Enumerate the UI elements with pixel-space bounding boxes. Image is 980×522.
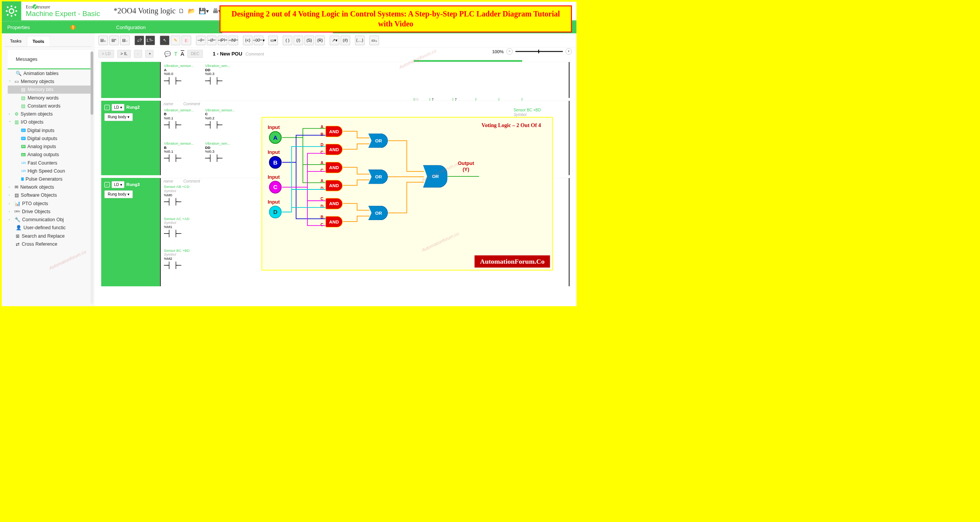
rung0-canvas[interactable]: Vibration_sensor... A %I0.0 Vibration_se… xyxy=(160,62,570,98)
or-gate-final: OR xyxy=(420,165,448,188)
operate-icon[interactable]: ⟨…⟩ xyxy=(355,36,364,45)
pin-d2: D xyxy=(320,186,323,191)
zoom-in-button[interactable]: + xyxy=(565,48,572,55)
rung-delete-icon[interactable]: ⊟₋ xyxy=(120,36,130,45)
or-gate-2: OR xyxy=(366,170,388,184)
rung2-contact-B1[interactable]: Vibration_sensor... B %I0.1 xyxy=(164,108,194,129)
tree-network-objects[interactable]: ›✉Network objects xyxy=(8,183,91,191)
rung3-contact-M2[interactable]: Sensor BC +BD Symbol %M2 xyxy=(164,249,191,269)
minus-button[interactable]: - xyxy=(134,50,142,58)
tree-constant-words[interactable]: ▤Constant words xyxy=(8,102,91,110)
rung-add-icon[interactable]: ⊟₊ xyxy=(98,36,108,45)
tree-drive-objects[interactable]: ›DRVDrive Objects xyxy=(8,207,91,215)
tree-memory-bits[interactable]: ▤Memory bits xyxy=(8,86,91,94)
branch2-icon[interactable]: L?⌐ xyxy=(145,36,155,45)
pin-c4: C xyxy=(320,222,323,227)
coil-neg-icon[interactable]: (/) xyxy=(294,36,303,45)
zoom-slider[interactable] xyxy=(515,51,563,52)
rung3-header[interactable]: ✓ LD ▾ Rung3 Rung body ▾ xyxy=(101,178,160,286)
pencil-icon[interactable]: ✎ xyxy=(171,36,180,45)
text-icon[interactable]: T xyxy=(174,51,178,57)
tree-analog-inputs[interactable]: AVAnalog inputs xyxy=(8,142,91,150)
or-gate-3: OR xyxy=(366,206,388,220)
branch-icon[interactable]: ⎐? xyxy=(135,36,144,45)
tree-software-objects[interactable]: ›▤Software Objects xyxy=(8,191,91,199)
tree-user-functions[interactable]: 👤User-defined functic xyxy=(8,224,91,232)
tab-properties[interactable]: Properties xyxy=(2,21,111,33)
tree-digital-outputs[interactable]: IWDigital outputs xyxy=(8,134,91,142)
contact-nc-icon[interactable]: ⊣/⊢ xyxy=(207,36,216,45)
jump-icon[interactable]: ↗▾ xyxy=(330,36,339,45)
sidebar-scrollbar[interactable] xyxy=(91,52,93,304)
contact-p-icon[interactable]: ⊣P⊢ xyxy=(218,36,227,45)
save-icon[interactable]: 💾▾ xyxy=(198,7,210,15)
tree-cross-reference[interactable]: ⇄Cross Reference xyxy=(8,240,91,248)
new-file-icon[interactable]: 🗋 xyxy=(177,7,185,15)
coil-r-icon[interactable]: (R) xyxy=(315,36,325,45)
rung2-contact-C[interactable]: Vibration_sensor... C %I0.2 xyxy=(205,108,235,129)
input-label-A: Input xyxy=(268,124,280,130)
rung3-contact-M0[interactable]: Sensor AB +CD Symbol %M0 xyxy=(164,185,191,206)
coil-s-icon[interactable]: (S) xyxy=(304,36,314,45)
tree-comm-objects[interactable]: ›🔧Communication Obj xyxy=(8,215,91,223)
font-icon[interactable]: A xyxy=(181,51,184,57)
contact-no-icon[interactable]: ⊣⊢ xyxy=(196,36,206,45)
tree-memory-words[interactable]: ▤Memory words xyxy=(8,94,91,102)
open-file-icon[interactable]: 📂 xyxy=(187,7,196,15)
tree-high-speed-counters[interactable]: 123High Speed Coun xyxy=(8,167,91,175)
pin-a2: A xyxy=(320,160,323,165)
rung2-contact-DD[interactable]: Vibration_sen... DD %I0.3 xyxy=(205,142,232,162)
rung2-contact-B2[interactable]: Vibration_sensor... B %I0.1 xyxy=(164,142,194,162)
side-tab-tools[interactable]: Tools xyxy=(27,36,50,46)
rung2-comment-ph[interactable]: Comment xyxy=(183,102,200,106)
rung3-name: Rung3 xyxy=(126,182,140,187)
tree-pto-objects[interactable]: ›📊PTO objects xyxy=(8,199,91,207)
tree-messages[interactable]: Messages xyxy=(8,50,91,69)
tree-search-replace[interactable]: ⊞Search and Replace xyxy=(8,232,91,240)
plus-button[interactable]: + xyxy=(145,50,153,58)
tree-system-objects[interactable]: ›⚙System objects xyxy=(8,110,91,118)
tab-configuration[interactable]: Configuration xyxy=(111,21,222,33)
rung3-body-button[interactable]: Rung body ▾ xyxy=(105,190,133,198)
eraser-icon[interactable]: ◧ xyxy=(181,36,191,45)
xor-icon[interactable]: ⊣X⊢▾ xyxy=(254,36,263,45)
ld-button[interactable]: > LD xyxy=(98,50,114,58)
rung2-name-ph[interactable]: name xyxy=(163,102,173,106)
side-tab-tasks[interactable]: Tasks xyxy=(5,36,27,46)
rung2-ld-button[interactable]: LD ▾ xyxy=(111,104,124,111)
tree-animation-tables[interactable]: 🔍Animation tables xyxy=(8,69,91,77)
tree-pulse-generators[interactable]: ⎍Pulse Generators xyxy=(8,175,91,183)
contact-A[interactable]: Vibration_sensor... A %I0.0 xyxy=(164,64,194,85)
rung0-header[interactable] xyxy=(101,62,160,98)
tree-memory-objects[interactable]: ⌃▭Memory objects xyxy=(8,77,91,85)
rung3-ld-button[interactable]: LD ▾ xyxy=(111,181,124,188)
pointer-icon[interactable]: ↖ xyxy=(160,36,170,45)
func-block-icon[interactable]: ▭▾ xyxy=(268,36,278,45)
tree-digital-inputs[interactable]: IWDigital inputs xyxy=(8,126,91,134)
contact-DD[interactable]: Vibration_sen... DD %I0.3 xyxy=(205,64,232,85)
rung3-contact-M1[interactable]: Sensor AC +AD Symbol %M1 xyxy=(164,217,191,237)
rung3-name-ph[interactable]: name xyxy=(163,179,173,184)
comment-icon[interactable]: 💬 xyxy=(164,51,171,57)
input-A: A xyxy=(269,131,282,144)
input-label-B: Input xyxy=(268,149,280,155)
block-add-icon[interactable]: ▭₊ xyxy=(369,36,379,45)
rung-insert-icon[interactable]: ⊟⁺ xyxy=(109,36,119,45)
pou-comment[interactable]: Comment xyxy=(245,51,264,56)
zoom-out-button[interactable]: − xyxy=(506,48,513,55)
rung3-comment-ph[interactable]: Comment xyxy=(183,179,200,184)
coil-icon[interactable]: ( ) xyxy=(283,36,292,45)
compare-icon[interactable]: ⟨<⟩ xyxy=(243,36,253,45)
input-label-C: Input xyxy=(268,174,280,180)
tree-analog-outputs[interactable]: AVAnalog outputs xyxy=(8,151,91,159)
contact-n-icon[interactable]: ⊣N⊢ xyxy=(229,36,238,45)
tree-io-objects[interactable]: ⌃▥I/O objects xyxy=(8,118,91,126)
rung2-body-button[interactable]: Rung body ▾ xyxy=(105,113,133,121)
coil-sharp-icon[interactable]: (#) xyxy=(341,36,350,45)
pin-a3: A xyxy=(320,179,323,183)
rung2-header[interactable]: ✓ LD ▾ Rung2 Rung body ▾ xyxy=(101,101,160,175)
input-B: B xyxy=(269,156,282,169)
tree-fast-counters[interactable]: 123Fast Counters xyxy=(8,159,91,167)
dec-button[interactable]: DEC xyxy=(188,50,203,58)
il-button[interactable]: > IL xyxy=(117,50,131,58)
